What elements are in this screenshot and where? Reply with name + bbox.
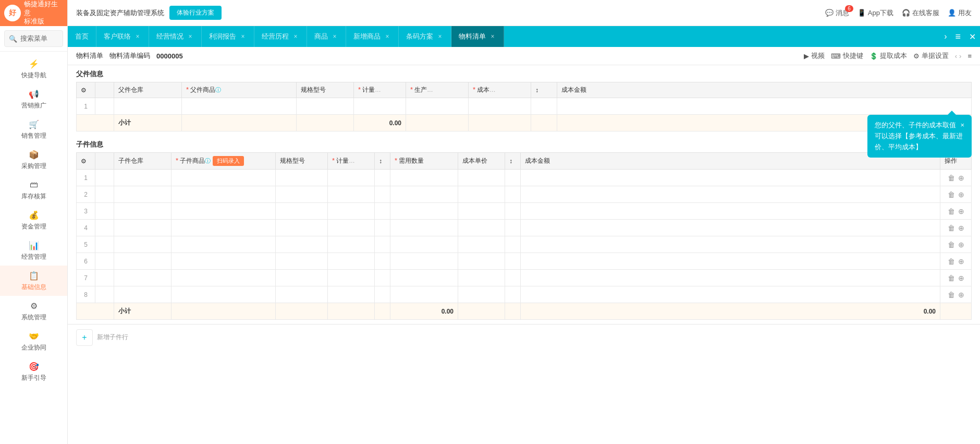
tab-history[interactable]: 经营历程 × bbox=[254, 26, 307, 47]
single-settings-button[interactable]: ⚙ 单据设置 bbox=[913, 51, 949, 61]
sidebar-item-sales[interactable]: 🛒 销售管理 bbox=[0, 114, 67, 145]
copy-icon[interactable]: ⊕ bbox=[958, 241, 964, 249]
extract-cost-button[interactable]: 💲 提取成本 bbox=[869, 51, 907, 61]
child-row-warehouse-3[interactable] bbox=[114, 220, 172, 236]
tab-products[interactable]: 商品 × bbox=[307, 26, 346, 47]
copy-icon[interactable]: ⊕ bbox=[958, 291, 964, 299]
parent-row-unit[interactable] bbox=[354, 98, 406, 115]
tab-home[interactable]: 首页 bbox=[68, 26, 96, 47]
child-row-unit-7[interactable] bbox=[328, 286, 375, 303]
delete-icon[interactable]: 🗑 bbox=[948, 241, 955, 249]
child-row-product-2[interactable] bbox=[172, 203, 276, 220]
sidebar-item-finance[interactable]: 💰 资金管理 bbox=[0, 205, 67, 235]
child-row-spec-7[interactable] bbox=[276, 286, 328, 303]
tab-close-new-product[interactable]: × bbox=[384, 33, 391, 40]
close-all-tabs-button[interactable]: ✕ bbox=[965, 32, 980, 42]
tab-customer[interactable]: 客户联络 × bbox=[96, 26, 149, 47]
parent-row-product[interactable] bbox=[182, 98, 297, 115]
delete-icon[interactable]: 🗑 bbox=[948, 257, 955, 266]
sidebar-item-purchase[interactable]: 📦 采购管理 bbox=[0, 145, 67, 175]
search-menu-button[interactable]: 🔍 搜索菜单 bbox=[4, 30, 63, 47]
delete-icon[interactable]: 🗑 bbox=[948, 174, 955, 182]
copy-icon[interactable]: ⊕ bbox=[958, 207, 964, 215]
child-row-unit-cost-0[interactable] bbox=[458, 170, 505, 186]
tab-close-bom[interactable]: × bbox=[489, 33, 496, 40]
child-row-unit-3[interactable] bbox=[328, 220, 375, 236]
child-row-spec-1[interactable] bbox=[276, 186, 328, 203]
child-row-qty-0[interactable] bbox=[390, 170, 458, 186]
child-row-qty-5[interactable] bbox=[390, 253, 458, 270]
shortcut-button[interactable]: ⌨ 快捷键 bbox=[831, 51, 863, 61]
app-download-button[interactable]: 📱 App下载 bbox=[858, 8, 893, 18]
child-row-unit-2[interactable] bbox=[328, 203, 375, 220]
child-row-product-6[interactable] bbox=[172, 270, 276, 286]
child-row-unit-cost-5[interactable] bbox=[458, 253, 505, 270]
sidebar-item-coop[interactable]: 🤝 企业协同 bbox=[0, 326, 67, 356]
tooltip-close-button[interactable]: × bbox=[960, 120, 964, 131]
child-row-qty-4[interactable] bbox=[390, 236, 458, 253]
sidebar-item-guide[interactable]: 🎯 新手引导 bbox=[0, 356, 67, 387]
tab-close-products[interactable]: × bbox=[331, 33, 338, 40]
copy-icon[interactable]: ⊕ bbox=[958, 257, 964, 266]
tab-close-customer[interactable]: × bbox=[134, 33, 141, 40]
child-row-warehouse-2[interactable] bbox=[114, 203, 172, 220]
copy-icon[interactable]: ⊕ bbox=[958, 190, 964, 199]
sidebar-item-quicknav[interactable]: ⚡ 快捷导航 bbox=[0, 54, 67, 84]
child-row-qty-1[interactable] bbox=[390, 186, 458, 203]
child-row-product-5[interactable] bbox=[172, 253, 276, 270]
tab-profit[interactable]: 利润报告 × bbox=[202, 26, 254, 47]
child-col-settings[interactable]: ⚙ bbox=[77, 153, 95, 170]
sidebar-item-marketing[interactable]: 📢 营销推广 bbox=[0, 84, 67, 114]
child-row-unit-cost-1[interactable] bbox=[458, 186, 505, 203]
parent-col-settings[interactable]: ⚙ bbox=[77, 82, 95, 98]
child-row-qty-7[interactable] bbox=[390, 286, 458, 303]
tab-barcode[interactable]: 条码方案 × bbox=[399, 26, 451, 47]
child-row-unit-6[interactable] bbox=[328, 270, 375, 286]
parent-row-warehouse[interactable] bbox=[114, 98, 182, 115]
child-row-spec-2[interactable] bbox=[276, 203, 328, 220]
parent-row-production[interactable] bbox=[406, 98, 469, 115]
child-row-product-4[interactable] bbox=[172, 236, 276, 253]
tabs-menu-button[interactable]: ≡ bbox=[951, 31, 965, 42]
tab-close-barcode[interactable]: × bbox=[436, 33, 444, 40]
delete-icon[interactable]: 🗑 bbox=[948, 190, 955, 199]
tab-bom[interactable]: 物料清单 × bbox=[451, 26, 504, 47]
child-row-spec-6[interactable] bbox=[276, 270, 328, 286]
child-row-unit-5[interactable] bbox=[328, 253, 375, 270]
child-row-unit-cost-4[interactable] bbox=[458, 236, 505, 253]
tab-operations[interactable]: 经营情况 × bbox=[149, 26, 202, 47]
child-row-unit-cost-7[interactable] bbox=[458, 286, 505, 303]
sidebar-item-operations[interactable]: 📊 经营管理 bbox=[0, 235, 67, 266]
child-row-warehouse-7[interactable] bbox=[114, 286, 172, 303]
child-row-warehouse-5[interactable] bbox=[114, 253, 172, 270]
child-row-product-0[interactable] bbox=[172, 170, 276, 186]
child-row-unit-cost-6[interactable] bbox=[458, 270, 505, 286]
tab-scroll-right[interactable]: › bbox=[940, 32, 951, 41]
child-row-unit-cost-3[interactable] bbox=[458, 220, 505, 236]
child-row-qty-2[interactable] bbox=[390, 203, 458, 220]
child-row-product-7[interactable] bbox=[172, 286, 276, 303]
tab-close-history[interactable]: × bbox=[292, 33, 299, 40]
delete-icon[interactable]: 🗑 bbox=[948, 274, 955, 282]
child-row-spec-0[interactable] bbox=[276, 170, 328, 186]
list-view-button[interactable]: ≡ bbox=[967, 52, 972, 60]
view-video-button[interactable]: ▶ 视频 bbox=[804, 51, 825, 61]
tab-close-profit[interactable]: × bbox=[239, 33, 247, 40]
prev-button[interactable]: ‹ bbox=[955, 52, 957, 60]
child-row-unit-4[interactable] bbox=[328, 236, 375, 253]
sidebar-item-basic[interactable]: 📋 基础信息 bbox=[0, 266, 67, 296]
copy-icon[interactable]: ⊕ bbox=[958, 224, 964, 232]
delete-icon[interactable]: 🗑 bbox=[948, 207, 955, 215]
child-row-product-1[interactable] bbox=[172, 186, 276, 203]
user-menu[interactable]: 👤 用友 bbox=[948, 8, 972, 18]
child-row-unit-0[interactable] bbox=[328, 170, 375, 186]
next-button[interactable]: › bbox=[959, 52, 961, 60]
child-row-unit-cost-2[interactable] bbox=[458, 203, 505, 220]
copy-icon[interactable]: ⊕ bbox=[958, 174, 964, 182]
delete-icon[interactable]: 🗑 bbox=[948, 291, 955, 299]
child-row-warehouse-0[interactable] bbox=[114, 170, 172, 186]
child-row-qty-6[interactable] bbox=[390, 270, 458, 286]
child-row-product-3[interactable] bbox=[172, 220, 276, 236]
child-row-warehouse-6[interactable] bbox=[114, 270, 172, 286]
copy-icon[interactable]: ⊕ bbox=[958, 274, 964, 282]
